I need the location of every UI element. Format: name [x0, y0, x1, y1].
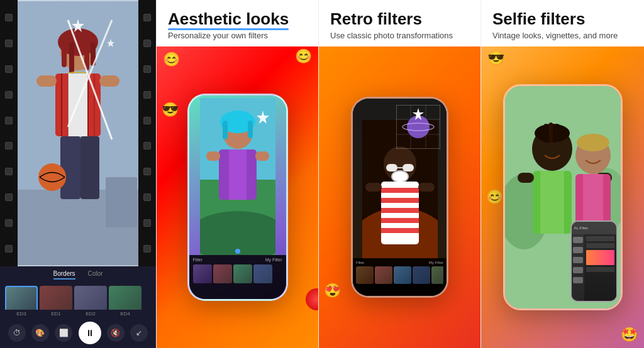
- panel-3-image-area: 😍: [319, 46, 480, 348]
- pbar-thumbs: [193, 264, 282, 283]
- inset-preview: [586, 250, 614, 265]
- filmstrip-thumb-2[interactable]: [74, 286, 107, 310]
- pbar-thumb-3: [253, 264, 272, 283]
- filmstrip-row: [0, 283, 156, 310]
- phone-mockup-p3: Filter My Filter: [351, 97, 448, 298]
- editor-bottom-panel: Borders Color ED3 ED1 ED2 ED4 ⏱ �: [0, 266, 156, 348]
- svg-rect-66: [544, 124, 548, 143]
- svg-rect-68: [555, 124, 559, 141]
- film-hole: [5, 193, 13, 201]
- play-button[interactable]: ⏸: [79, 322, 101, 344]
- film-hole: [143, 168, 151, 175]
- emoji-top-left-p4: 😎: [487, 52, 504, 65]
- svg-rect-51: [365, 183, 382, 192]
- resize-button[interactable]: ↙: [130, 324, 148, 342]
- svg-rect-67: [549, 122, 553, 143]
- p3-thumb-4: [431, 266, 443, 284]
- phone-bottom-bar-p3: Filter My Filter: [353, 258, 447, 296]
- clip-label-2: ED2: [74, 311, 107, 317]
- film-strip-right: [138, 0, 156, 266]
- person-photo-panel1: [18, 0, 138, 266]
- thumb-image-2: [74, 286, 107, 310]
- panel-3-title: Retro filters: [330, 10, 469, 28]
- person-svg-panel1: [18, 0, 138, 266]
- svg-rect-47: [381, 198, 419, 203]
- thumb-image-3: [109, 286, 142, 310]
- emoji-bottom-right-p4: 🤩: [621, 328, 638, 342]
- svg-rect-30: [223, 121, 228, 139]
- clip-label-1: ED1: [40, 311, 72, 317]
- filmstrip-thumb-3[interactable]: [109, 286, 142, 310]
- timer-button[interactable]: ⏱: [8, 324, 26, 342]
- svg-rect-50: [381, 228, 419, 233]
- tab-color[interactable]: Color: [88, 270, 103, 280]
- inset-sidebar: [572, 234, 584, 301]
- panel-2-image-area: 😊 😎 😊: [157, 46, 318, 348]
- emoji-top-left-p2: 😊: [163, 53, 180, 67]
- svg-rect-6: [69, 42, 74, 73]
- svg-rect-18: [60, 136, 80, 199]
- themes-button[interactable]: 🎨: [31, 324, 49, 342]
- panel-4-image-area: 😎 🤩 😊: [481, 46, 644, 348]
- panel-selfie-filters: Selfie filters Vintage looks, vignettes,…: [480, 0, 644, 348]
- svg-rect-52: [418, 183, 435, 192]
- pbar-label-filter: Filter: [193, 258, 203, 262]
- film-hole: [143, 91, 151, 99]
- editor-controls-bar: ⏱ 🎨 ⬜ ⏸ 🔇 ↙: [0, 318, 156, 348]
- inset-main: [584, 234, 616, 301]
- film-hole: [5, 91, 13, 99]
- film-hole: [143, 40, 151, 47]
- clip-label-0: ED3: [5, 311, 38, 317]
- panel-3-subtitle: Use classic photo transformations: [330, 31, 469, 40]
- svg-rect-71: [518, 173, 534, 183]
- svg-rect-41: [402, 164, 414, 171]
- pbar-thumb-2: [233, 264, 252, 283]
- clip-label-3: ED4: [109, 311, 142, 317]
- film-hole: [5, 142, 13, 150]
- inset-icon-0: [573, 237, 583, 243]
- film-hole: [143, 245, 151, 253]
- square-button[interactable]: ⬜: [55, 324, 72, 342]
- person-panel2: [200, 98, 275, 255]
- film-hole: [5, 14, 13, 21]
- thumb-image-1: [40, 286, 72, 310]
- inset-row-1: [586, 243, 614, 248]
- svg-rect-31: [248, 121, 253, 138]
- film-hole: [5, 65, 13, 73]
- p3-thumb-1: [375, 266, 392, 284]
- inset-row-0: [586, 236, 614, 241]
- svg-rect-17: [99, 75, 119, 87]
- inset-header: AL-Filter: [572, 222, 616, 234]
- film-hole: [143, 193, 151, 201]
- panel-4-subtitle: Vintage looks, vignettes, and more: [492, 31, 633, 40]
- panel-aesthetic-looks: Aesthetic looks Personalize your own fil…: [156, 0, 318, 348]
- svg-rect-35: [255, 151, 269, 161]
- inset-row-2: [586, 267, 614, 272]
- svg-point-20: [38, 163, 66, 191]
- panel-3-header: Retro filters Use classic photo transfor…: [319, 0, 480, 46]
- film-hole: [5, 168, 13, 175]
- panel-2-title: Aesthetic looks: [168, 10, 307, 28]
- film-hole: [5, 245, 13, 253]
- svg-rect-33: [229, 150, 247, 200]
- filmstrip-thumb-0[interactable]: [5, 286, 38, 310]
- filmstrip-thumb-1[interactable]: [40, 286, 72, 310]
- mute-button[interactable]: 🔇: [107, 324, 125, 342]
- emoji-top-right-p2: 😊: [295, 50, 312, 63]
- emoji-mid-left-p4: 😊: [486, 190, 503, 204]
- phone-screen-p3: Filter My Filter: [353, 99, 447, 296]
- editor-tabs: Borders Color: [0, 266, 156, 283]
- svg-rect-19: [80, 136, 99, 199]
- svg-point-74: [577, 134, 609, 151]
- film-hole: [5, 40, 13, 47]
- phone-inset-screen: AL-Filter: [572, 222, 616, 301]
- p3-label-myfilter: My Filter: [429, 261, 443, 264]
- emoji-bottom-left-p3: 😍: [324, 284, 341, 298]
- inset-icon-3: [573, 267, 583, 273]
- film-hole: [143, 142, 151, 150]
- svg-rect-70: [540, 171, 564, 234]
- phone-screen-p4: AL-Filter: [505, 86, 621, 308]
- tab-borders[interactable]: Borders: [53, 270, 75, 280]
- panel-2-subtitle: Personalize your own filters: [168, 31, 307, 40]
- clip-labels: ED3 ED1 ED2 ED4: [0, 310, 156, 318]
